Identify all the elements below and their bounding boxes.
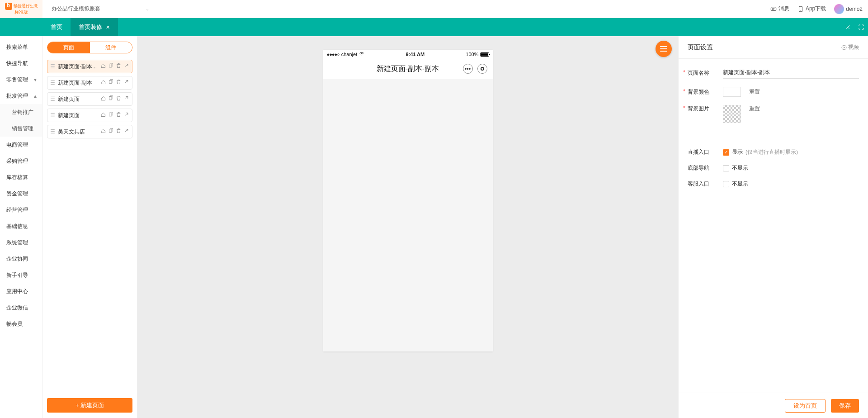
status-time: 9:41 AM — [364, 52, 466, 57]
label-service: 客服入口 — [688, 180, 715, 188]
copy-icon[interactable] — [108, 112, 114, 119]
checkbox-live-show[interactable] — [723, 149, 729, 156]
share-icon[interactable] — [123, 95, 129, 103]
home-icon[interactable] — [100, 95, 106, 103]
sidebar-item-marketing[interactable]: 营销推广 — [0, 104, 42, 120]
page-row-name: 新建页面-副本... — [58, 63, 98, 71]
svg-rect-5 — [109, 96, 112, 100]
account-set-name: 办公品行业模拟账套 — [52, 5, 100, 13]
page-row-name: 新建页面-副本 — [58, 79, 98, 87]
avatar — [834, 4, 844, 14]
home-icon[interactable] — [100, 112, 106, 119]
sidebar-item-system[interactable]: 系统管理 — [0, 234, 42, 251]
sidebar-item-member[interactable]: 畅会员 — [0, 316, 42, 332]
user-name: demo2 — [846, 6, 863, 12]
share-icon[interactable] — [123, 63, 129, 70]
page-row[interactable]: ☰ 新建页面-副本... — [47, 60, 132, 73]
share-icon[interactable] — [123, 112, 129, 119]
copy-icon[interactable] — [108, 128, 114, 135]
label-page-name: 页面名称 — [688, 69, 715, 77]
sidebar-item-purchase[interactable]: 采购管理 — [0, 153, 42, 169]
share-icon[interactable] — [123, 128, 129, 135]
label-live-entry: 直播入口 — [688, 148, 715, 156]
sidebar-item-collab[interactable]: 企业协同 — [0, 251, 42, 267]
wifi-icon — [359, 52, 364, 57]
sidebar-item-wholesale[interactable]: 批发管理▲ — [0, 88, 42, 104]
set-home-button[interactable]: 设为首页 — [785, 399, 826, 413]
reset-bg-color[interactable]: 重置 — [749, 88, 760, 96]
input-page-name[interactable] — [723, 67, 859, 79]
page-row[interactable]: ☰ 新建页面 — [47, 109, 132, 122]
brand-edition: 标准版 — [14, 9, 28, 15]
svg-rect-7 — [109, 129, 112, 132]
bg-image-swatch[interactable] — [723, 105, 741, 123]
signal-icon: ●●●●○ — [327, 52, 340, 57]
delete-icon[interactable] — [116, 79, 122, 86]
drag-handle-icon[interactable]: ☰ — [50, 128, 55, 135]
more-icon: ••• — [463, 64, 473, 74]
svg-rect-6 — [109, 113, 112, 116]
bg-color-swatch[interactable] — [723, 87, 741, 97]
target-icon — [477, 64, 487, 74]
copy-icon[interactable] — [108, 63, 114, 70]
sidebar-item-search[interactable]: 搜索菜单 — [0, 39, 42, 55]
delete-icon[interactable] — [116, 63, 122, 70]
messages-button[interactable]: 消息 — [770, 5, 789, 13]
page-list-panel: 页面 组件 ☰ 新建页面-副本... ☰ 新建页面-副本 ☰ 新建页面 — [42, 36, 137, 418]
seg-page[interactable]: 页面 — [47, 42, 90, 53]
copy-icon[interactable] — [108, 79, 114, 86]
sidebar-item-appcenter[interactable]: 应用中心 — [0, 283, 42, 299]
sidebar-item-wechat[interactable]: 企业微信 — [0, 299, 42, 316]
svg-point-2 — [800, 10, 801, 11]
delete-icon[interactable] — [116, 128, 122, 135]
sidebar-item-guide[interactable]: 新手引导 — [0, 267, 42, 283]
account-set-selector[interactable]: 办公品行业模拟账套 ⌄ — [52, 5, 149, 13]
delete-icon[interactable] — [116, 95, 122, 103]
reset-bg-image[interactable]: 重置 — [749, 105, 760, 113]
app-download-button[interactable]: App下载 — [797, 5, 826, 13]
label-bottom-nav: 底部导航 — [688, 164, 715, 172]
home-icon[interactable] — [100, 63, 106, 70]
page-row[interactable]: ☰ 新建页面 — [47, 92, 132, 106]
drag-handle-icon[interactable]: ☰ — [50, 112, 55, 119]
tab-decoration[interactable]: 首页装修 ✕ — [71, 18, 118, 36]
topbar-right: 消息 App下载 demo2 — [770, 4, 863, 14]
tab-home[interactable]: 首页 — [42, 18, 71, 36]
drag-handle-icon[interactable]: ☰ — [50, 96, 55, 102]
copy-icon[interactable] — [108, 95, 114, 103]
sidebar-item-business[interactable]: 经营管理 — [0, 202, 42, 218]
sidebar-item-quicknav[interactable]: 快捷导航 — [0, 55, 42, 71]
video-tutorial-link[interactable]: 视频 — [841, 43, 859, 51]
home-icon[interactable] — [100, 79, 106, 86]
caret-up-icon: ▲ — [33, 94, 38, 99]
delete-icon[interactable] — [116, 112, 122, 119]
play-icon — [841, 45, 847, 50]
message-icon — [770, 6, 777, 12]
drag-handle-icon[interactable]: ☰ — [50, 80, 55, 86]
seg-component[interactable]: 组件 — [90, 42, 132, 53]
tab-close-icon[interactable]: ✕ — [106, 24, 110, 30]
page-row-name: 新建页面 — [58, 95, 98, 103]
sidebar-item-sales[interactable]: 销售管理 — [0, 120, 42, 137]
user-menu[interactable]: demo2 — [834, 4, 863, 14]
label-bg-color: 背景颜色 — [688, 88, 715, 96]
tabs-close-all-button[interactable] — [841, 18, 854, 36]
toggle-panel-fab[interactable] — [656, 41, 672, 57]
drag-handle-icon[interactable]: ☰ — [50, 63, 55, 70]
page-row[interactable]: ☰ 新建页面-副本 — [47, 76, 132, 90]
sidebar-item-ecommerce[interactable]: 电商管理 — [0, 137, 42, 153]
page-row[interactable]: ☰ 吴天文具店 — [47, 125, 132, 138]
save-button[interactable]: 保存 — [831, 399, 859, 413]
home-icon[interactable] — [100, 128, 106, 135]
brand-icon — [5, 3, 12, 10]
checkbox-bottom-nav[interactable] — [723, 165, 729, 171]
checkbox-service[interactable] — [723, 181, 729, 187]
fullscreen-button[interactable] — [854, 18, 868, 36]
sidebar-item-basic[interactable]: 基础信息 — [0, 218, 42, 234]
sidebar-item-inventory[interactable]: 库存核算 — [0, 169, 42, 185]
share-icon[interactable] — [123, 79, 129, 86]
sidebar-item-retail[interactable]: 零售管理▼ — [0, 71, 42, 88]
new-page-button[interactable]: + 新建页面 — [47, 398, 132, 413]
sidebar-item-funds[interactable]: 资金管理 — [0, 185, 42, 202]
label-bg-image: 背景图片 — [688, 105, 715, 113]
